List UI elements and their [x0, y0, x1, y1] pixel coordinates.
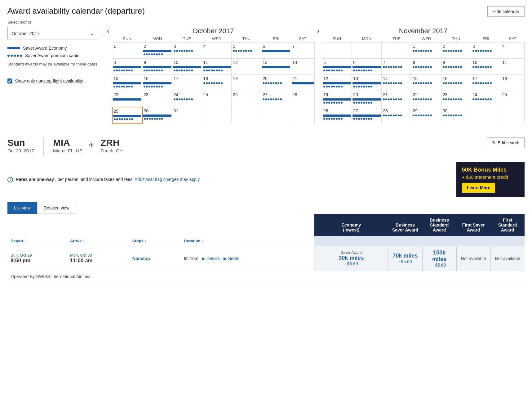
next-month-button[interactable]: ›	[315, 27, 322, 35]
tab-detailed-view[interactable]: Detailed view	[37, 202, 76, 214]
depart-time: 8:50 pm	[11, 258, 64, 264]
calendar-day-20[interactable]: 20	[261, 75, 291, 91]
availability-dots	[322, 101, 352, 104]
calendar-day-28[interactable]: 28	[291, 91, 314, 107]
calendar-day-9[interactable]: 9	[441, 59, 471, 75]
availability-dots	[142, 69, 172, 72]
availability-bar	[323, 98, 351, 101]
depart-date: Sun, Oct 29	[11, 253, 64, 258]
calendar-day-21[interactable]: 21	[291, 75, 314, 91]
learn-more-button[interactable]: Learn More	[462, 183, 495, 193]
edit-search-label: Edit search	[498, 140, 519, 145]
calendar-day-4[interactable]: 4	[202, 43, 232, 59]
calendar-day-24[interactable]: 24	[471, 91, 501, 107]
legend-premium-label: Saver Award premium cabin	[25, 53, 79, 58]
calendar-day-29[interactable]: 29	[411, 107, 441, 123]
calendar-day-17[interactable]: 17	[172, 75, 202, 91]
depart-sort[interactable]: Depart ↕	[7, 236, 67, 246]
edit-search-button[interactable]: ✎ Edit search	[487, 137, 525, 148]
calendar-day-19[interactable]: 19	[322, 91, 352, 107]
calendar-day-16[interactable]: 16	[142, 75, 172, 91]
calendar-day-12[interactable]: 12	[232, 59, 261, 75]
calendar-day-4[interactable]: 4	[501, 43, 525, 59]
calendar-day-23[interactable]: 23	[142, 91, 172, 107]
calendar-day-12[interactable]: 12	[322, 75, 352, 91]
economy-fee: +$5.60	[317, 261, 385, 266]
arrive-sort[interactable]: Arrive ↕	[67, 236, 129, 246]
duration-cell: 9h 10m ▶ Details ▶ Seats	[181, 246, 314, 271]
availability-dots	[143, 117, 172, 120]
availability-dots	[113, 118, 142, 121]
calendar-day-8[interactable]: 8	[411, 59, 441, 75]
calendar-day-18[interactable]: 18	[501, 75, 525, 91]
calendar-day-10[interactable]: 10	[172, 59, 202, 75]
availability-dots	[471, 98, 501, 101]
calendar-day-17[interactable]: 17	[471, 75, 501, 91]
stops-sort[interactable]: Stops ↕	[129, 236, 181, 246]
calendar-day-13[interactable]: 13	[352, 75, 382, 91]
calendar-day-14[interactable]: 14	[382, 75, 411, 91]
calendar-day-6[interactable]: 6	[352, 59, 382, 75]
calendar-day-14[interactable]: 14	[291, 59, 314, 75]
calendar-day-10[interactable]: 10	[471, 59, 501, 75]
calendar-section: Select month October 2017 ⌄ Saver Award …	[0, 20, 532, 130]
calendar-day-26[interactable]: 26	[322, 107, 352, 123]
calendar-day-22[interactable]: 22	[112, 91, 142, 107]
calendar-day-7[interactable]: 7	[382, 59, 411, 75]
calendar-day-18[interactable]: 18	[202, 75, 232, 91]
calendar-day-1[interactable]: 1	[112, 43, 142, 59]
calendar-day-3[interactable]: 3	[471, 43, 501, 59]
bag-charges-link[interactable]: Additional bag charges may apply.	[135, 177, 201, 182]
biz-standard-miles: 150k miles	[426, 249, 453, 263]
month-dropdown[interactable]: October 2017 ⌄	[7, 27, 98, 39]
results-section: List view Detailed view Economy(lowest) …	[0, 202, 532, 292]
calendar-day-15[interactable]: 15	[112, 75, 142, 91]
calendar-day-28[interactable]: 28	[382, 107, 411, 123]
hide-calendar-button[interactable]: Hide calendar	[487, 6, 525, 17]
calendar-day-11[interactable]: 11	[501, 59, 525, 75]
prev-month-button[interactable]: ‹	[104, 27, 112, 35]
first-standard-col-header: First Standard Award	[490, 214, 525, 236]
calendar-day-3[interactable]: 3	[172, 43, 202, 59]
calendar-day-30[interactable]: 30	[441, 107, 471, 123]
calendar-day-6[interactable]: 6	[261, 43, 291, 59]
details-link[interactable]: ▶ Details	[202, 256, 220, 261]
calendar-day-2[interactable]: 2	[441, 43, 471, 59]
calendar-day-30[interactable]: 30	[142, 107, 172, 123]
calendar-day-15[interactable]: 15	[411, 75, 441, 91]
calendar-day-27[interactable]: 27	[261, 91, 291, 107]
calendar-day-2[interactable]: 2	[142, 43, 172, 59]
calendar-day-20[interactable]: 20	[352, 91, 382, 107]
availability-dots	[471, 82, 501, 85]
legend-premium: Saver Award premium cabin	[7, 53, 98, 58]
calendar-day-25[interactable]: 25	[501, 91, 525, 107]
calendar-day-13[interactable]: 13	[261, 59, 291, 75]
calendar-day-9[interactable]: 9	[142, 59, 172, 75]
calendar-day-8[interactable]: 8	[112, 59, 142, 75]
calendar-day-22[interactable]: 22	[411, 91, 441, 107]
calendar-day-24[interactable]: 24	[172, 91, 202, 107]
calendar-day-5[interactable]: 5	[232, 43, 261, 59]
first-standard-sort-col	[490, 236, 525, 246]
nonstop-checkbox[interactable]	[7, 79, 12, 83]
duration-sort[interactable]: Duration ↕	[181, 236, 314, 246]
calendar-day-21[interactable]: 21	[382, 91, 411, 107]
calendar-day-29[interactable]: 29	[112, 107, 142, 123]
calendar-day-5[interactable]: 5	[322, 59, 352, 75]
calendar-day-19[interactable]: 19	[232, 75, 261, 91]
availability-bar	[203, 66, 231, 68]
calendar-day-1[interactable]: 1	[411, 43, 441, 59]
calendar-day-27[interactable]: 27	[352, 107, 382, 123]
tab-list-view[interactable]: List view	[7, 202, 37, 214]
calendar-day-26[interactable]: 26	[232, 91, 261, 107]
calendar-day-31[interactable]: 31	[172, 107, 202, 123]
calendar-day-25[interactable]: 25	[202, 91, 232, 107]
calendar-day-7[interactable]: 7	[291, 43, 314, 59]
calendar-day-23[interactable]: 23	[441, 91, 471, 107]
seats-link[interactable]: ▶ Seats	[224, 256, 239, 261]
stops-sort-label: Stops	[132, 239, 144, 243]
origin-code: MIA	[53, 137, 82, 148]
calendar-day-11[interactable]: 11	[202, 59, 232, 75]
availability-bar	[323, 66, 351, 68]
calendar-day-16[interactable]: 16	[441, 75, 471, 91]
